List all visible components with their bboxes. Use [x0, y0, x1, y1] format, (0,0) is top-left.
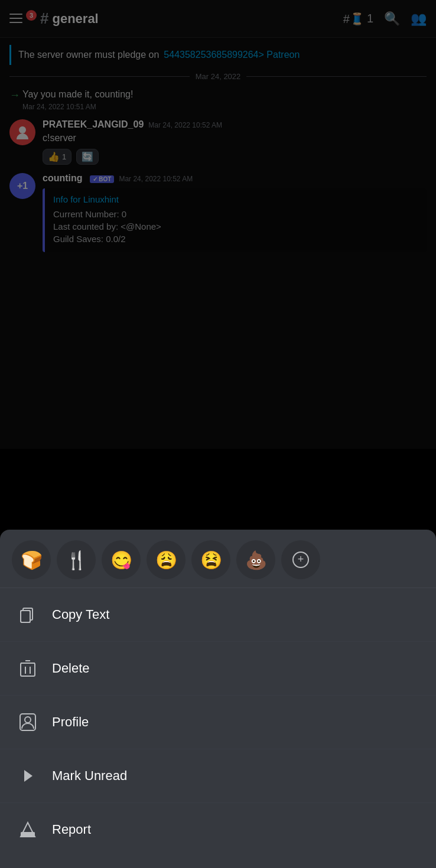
copy-icon [17, 603, 39, 626]
copy-text-button[interactable]: Copy Text [0, 588, 436, 642]
emoji-yum[interactable]: 😋 [102, 540, 141, 579]
copy-text-label: Copy Text [52, 607, 109, 622]
profile-icon [17, 711, 39, 733]
emoji-poop[interactable]: 💩 [236, 540, 275, 579]
delete-label: Delete [52, 661, 90, 676]
svg-rect-4 [21, 611, 30, 622]
mark-unread-button[interactable]: Mark Unread [0, 749, 436, 803]
svg-rect-6 [21, 663, 35, 676]
profile-button[interactable]: Profile [0, 696, 436, 749]
profile-label: Profile [52, 714, 89, 730]
mark-unread-label: Mark Unread [52, 768, 127, 784]
svg-marker-13 [24, 770, 32, 782]
report-icon [17, 818, 39, 841]
emoji-weary[interactable]: 😩 [147, 540, 186, 579]
svg-rect-16 [21, 832, 35, 837]
mark-unread-icon [17, 765, 39, 787]
emoji-bread[interactable]: 🍞 [12, 540, 51, 579]
emoji-tired[interactable]: 😫 [191, 540, 230, 579]
report-label: Report [52, 822, 91, 837]
trash-icon [17, 657, 39, 680]
report-button[interactable]: Report [0, 803, 436, 856]
add-emoji-button[interactable]: + [281, 540, 320, 579]
emoji-reaction-row: 🍞 🍴 😋 😩 😫 💩 + [0, 530, 436, 588]
svg-text:+: + [298, 553, 304, 565]
svg-point-12 [25, 717, 31, 723]
delete-button[interactable]: Delete [0, 642, 436, 696]
context-menu: 🍞 🍴 😋 😩 😫 💩 + Copy Text [0, 530, 436, 868]
emoji-fork[interactable]: 🍴 [57, 540, 96, 579]
